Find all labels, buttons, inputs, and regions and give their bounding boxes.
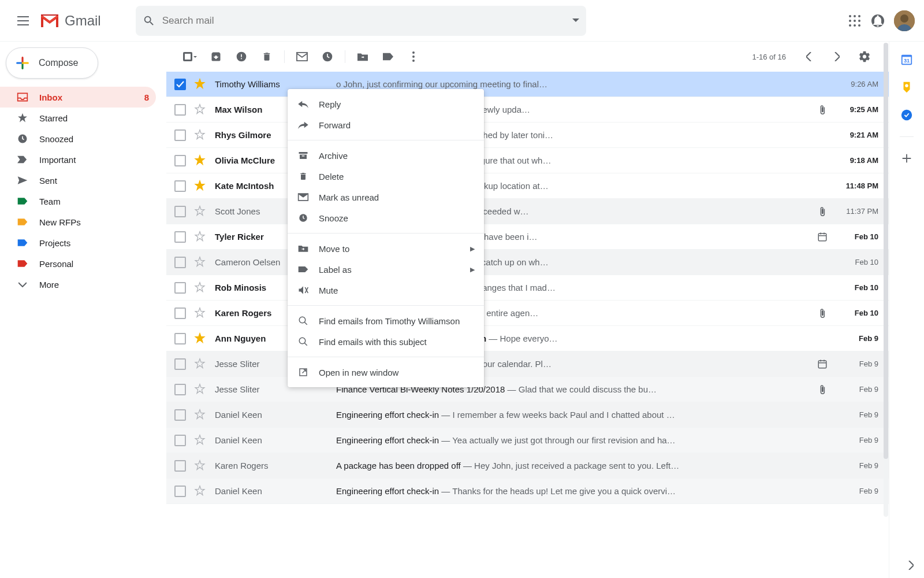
row-checkbox[interactable] — [174, 79, 186, 90]
gmail-logo[interactable]: Gmail — [39, 13, 101, 29]
report-spam-button[interactable] — [229, 44, 254, 69]
settings-button[interactable] — [852, 44, 877, 69]
mail-row[interactable]: Kate McIntoshder has been confirmed for … — [166, 173, 889, 199]
archive-button[interactable] — [203, 44, 229, 69]
menu-item-mark-as-unread[interactable]: Mark as unread — [288, 187, 484, 208]
mail-row[interactable]: Ann Nguyente across Horizontals, Vertica… — [166, 326, 889, 351]
menu-item-reply[interactable]: Reply — [288, 94, 484, 114]
next-page-button[interactable] — [824, 44, 850, 69]
snooze-button[interactable] — [315, 44, 340, 69]
star-toggle[interactable] — [194, 332, 207, 345]
sidebar-item-new-rfps[interactable]: New RFPs — [0, 212, 156, 232]
mail-row[interactable]: Rob Minosise proposal — Take a look over… — [166, 275, 889, 301]
row-checkbox[interactable] — [174, 384, 186, 395]
menu-button[interactable] — [9, 7, 37, 35]
mark-unread-button[interactable] — [289, 44, 315, 69]
sidebar-item-snoozed[interactable]: Snoozed — [0, 128, 156, 149]
star-toggle[interactable] — [194, 358, 207, 370]
sidebar-item-projects[interactable]: Projects — [0, 232, 156, 253]
star-toggle[interactable] — [194, 307, 207, 320]
star-toggle[interactable] — [194, 434, 207, 447]
menu-item-snooze[interactable]: Snooze — [288, 208, 484, 228]
user-avatar[interactable] — [894, 10, 915, 31]
labels-button[interactable] — [375, 44, 401, 69]
menu-item-mute[interactable]: Mute — [288, 280, 484, 301]
menu-item-open-in-new-window[interactable]: Open in new window — [288, 362, 484, 383]
select-all-checkbox[interactable] — [178, 44, 203, 69]
row-checkbox[interactable] — [174, 129, 186, 141]
sidebar-item-inbox[interactable]: Inbox8 — [0, 87, 156, 108]
mail-row[interactable]: Daniel KeenEngineering effort check-in —… — [166, 402, 889, 428]
row-checkbox[interactable] — [174, 409, 186, 421]
star-toggle[interactable] — [194, 154, 207, 167]
menu-item-label-as[interactable]: Label as▶ — [288, 259, 484, 280]
mail-row[interactable]: Rhys Gilmore — Sounds like a plan. I sho… — [166, 123, 889, 148]
row-checkbox[interactable] — [174, 257, 186, 268]
tasks-addon-icon[interactable] — [900, 109, 913, 121]
sidebar-item-starred[interactable]: Starred — [0, 108, 156, 128]
apps-grid-icon[interactable] — [848, 14, 862, 28]
menu-item-forward[interactable]: Forward — [288, 114, 484, 135]
sidebar-item-personal[interactable]: Personal — [0, 253, 156, 274]
menu-item-move-to[interactable]: Move to▶ — [288, 238, 484, 259]
row-checkbox[interactable] — [174, 206, 186, 217]
more-button[interactable] — [401, 44, 426, 69]
row-checkbox[interactable] — [174, 486, 186, 497]
mail-row[interactable]: Timothy Williamso John, just confirming … — [166, 72, 889, 97]
row-checkbox[interactable] — [174, 180, 186, 192]
menu-item-find-emails-from-timothy-willi[interactable]: Find emails from Timothy Williamson — [288, 310, 484, 331]
add-addon-icon[interactable] — [900, 152, 913, 165]
row-checkbox[interactable] — [174, 358, 186, 370]
star-toggle[interactable] — [194, 78, 207, 91]
search-input[interactable] — [162, 15, 572, 27]
mail-row[interactable]: Jesse SliterFinance Vertical Bi-Weekly N… — [166, 377, 889, 402]
mail-row[interactable]: Scott Jones — Our budget last year for v… — [166, 199, 889, 224]
sidebar-item-important[interactable]: Important — [0, 149, 156, 170]
star-toggle[interactable] — [194, 485, 207, 498]
delete-button[interactable] — [254, 44, 280, 69]
prev-page-button[interactable] — [796, 44, 822, 69]
star-toggle[interactable] — [194, 205, 207, 218]
sidebar-item-more[interactable]: More — [0, 274, 156, 295]
menu-item-archive[interactable]: Archive — [288, 145, 484, 166]
row-checkbox[interactable] — [174, 333, 186, 344]
move-to-button[interactable] — [350, 44, 375, 69]
star-toggle[interactable] — [194, 180, 207, 192]
row-checkbox[interactable] — [174, 155, 186, 166]
star-toggle[interactable] — [194, 256, 207, 269]
mail-row[interactable]: Karen RogersA package has been dropped o… — [166, 453, 889, 479]
row-checkbox[interactable] — [174, 104, 186, 116]
mail-row[interactable]: Karen Rogerss year — Glad that we got th… — [166, 301, 889, 326]
mail-row[interactable]: Daniel KeenEngineering effort check-in —… — [166, 428, 889, 453]
row-checkbox[interactable] — [174, 282, 186, 294]
search-options-arrow[interactable] — [572, 18, 579, 23]
mail-row[interactable]: Max Wilson — Hi John, can you please rel… — [166, 97, 889, 123]
scrollbar-thumb[interactable] — [884, 43, 888, 459]
star-toggle[interactable] — [194, 103, 207, 116]
search-bar[interactable] — [136, 6, 586, 36]
row-checkbox[interactable] — [174, 435, 186, 446]
compose-button[interactable]: Compose — [6, 47, 98, 79]
row-checkbox[interactable] — [174, 460, 186, 472]
star-toggle[interactable] — [194, 129, 207, 142]
star-toggle[interactable] — [194, 460, 207, 472]
mail-row[interactable]: Cameron Oelsenavailable I slotted some t… — [166, 250, 889, 275]
star-toggle[interactable] — [194, 409, 207, 421]
menu-item-find-emails-with-this-subject[interactable]: Find emails with this subject — [288, 331, 484, 352]
star-toggle[interactable] — [194, 383, 207, 396]
star-toggle[interactable] — [194, 281, 207, 294]
keep-addon-icon[interactable] — [900, 81, 913, 94]
star-toggle[interactable] — [194, 231, 207, 243]
row-checkbox[interactable] — [174, 231, 186, 243]
mail-row[interactable]: Tyler RickerFeb 5, 2018 2:00pm - 3:00pm … — [166, 224, 889, 250]
mail-row[interactable]: Olivia McClure — Yeah I completely agree… — [166, 148, 889, 173]
mail-row[interactable]: Daniel KeenEngineering effort check-in —… — [166, 479, 889, 504]
sidebar-item-team[interactable]: Team — [0, 191, 156, 212]
collapse-panel-button[interactable] — [908, 561, 914, 570]
mail-row[interactable]: Jesse Sliterg @ Dec 1, 2017 3pm - 4pm — … — [166, 351, 889, 377]
calendar-addon-icon[interactable]: 31 — [900, 53, 913, 66]
sidebar-item-sent[interactable]: Sent — [0, 170, 156, 191]
notifications-icon[interactable] — [871, 14, 885, 28]
row-checkbox[interactable] — [174, 307, 186, 319]
menu-item-delete[interactable]: Delete — [288, 166, 484, 187]
